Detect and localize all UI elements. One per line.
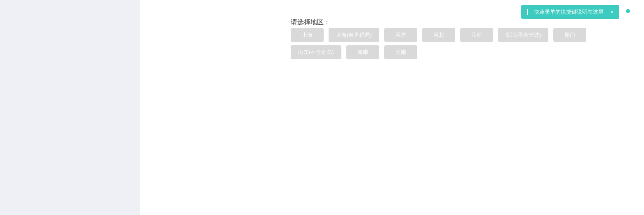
region-buttons-row1: 上海 上海(电子税局) 天津 河北 江苏 浙江(不含宁波) 厦门 [291,28,586,42]
region-buttons-row2: 山东(不含青岛) 海南 云南 [291,45,417,59]
tooltip-connector-dot [626,9,630,13]
main-content: 请选择地区： 上海 上海(电子税局) 天津 河北 江苏 浙江(不含宁波) 厦门 … [140,0,644,215]
btn-shandong[interactable]: 山东(不含青岛) [291,45,341,59]
page-label: 请选择地区： [291,18,330,27]
btn-xiamen[interactable]: 厦门 [553,28,586,42]
btn-zhejiang[interactable]: 浙江(不含宁波) [498,28,549,42]
tooltip-text: 快速录单的快捷键说明在这里 [534,8,604,16]
sidebar [0,0,140,215]
btn-yunnan[interactable]: 云南 [384,45,417,59]
btn-jiangsu[interactable]: 江苏 [460,28,493,42]
tooltip-banner: 快速录单的快捷键说明在这里 × [521,5,619,19]
btn-shanghai-etax[interactable]: 上海(电子税局) [329,28,379,42]
tooltip-bar-icon [527,9,528,15]
btn-tianjin[interactable]: 天津 [384,28,417,42]
tooltip-close-button[interactable]: × [610,9,613,15]
btn-shanghai[interactable]: 上海 [291,28,324,42]
tooltip-connector-line [620,11,626,11]
btn-hebei[interactable]: 河北 [422,28,455,42]
btn-hainan[interactable]: 海南 [346,45,379,59]
